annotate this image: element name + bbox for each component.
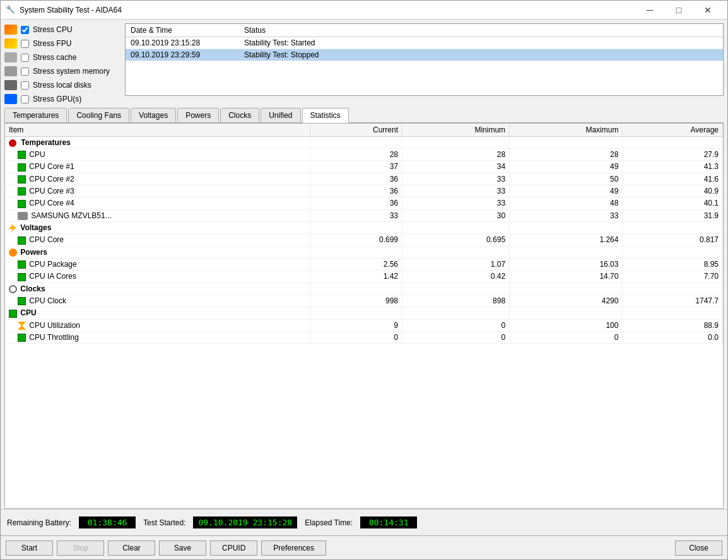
log-header-status: Status — [242, 25, 720, 35]
stress-local-checkbox[interactable] — [21, 81, 29, 90]
orange-circle-icon — [9, 248, 17, 257]
log-header-datetime: Date & Time — [128, 25, 242, 35]
tab-voltages[interactable]: Voltages — [131, 108, 176, 122]
stress-gpu-item: Stress GPU(s) — [4, 93, 117, 105]
tab-statistics[interactable]: Statistics — [302, 108, 349, 123]
stress-memory-checkbox[interactable] — [21, 67, 29, 76]
table-row: CPU Utilization 9 0 100 88.9 — [5, 319, 723, 331]
table-row: CPU Core #3 36 33 49 40.9 — [5, 185, 723, 197]
col-header-current: Current — [310, 124, 402, 137]
stress-cpu-label: Stress CPU — [33, 25, 73, 34]
main-window: 🔧 System Stability Test - AIDA64 ─ □ ✕ S… — [0, 0, 728, 560]
clear-button[interactable]: Clear — [108, 540, 155, 556]
title-bar-buttons: ─ □ ✕ — [635, 1, 722, 20]
preferences-button[interactable]: Preferences — [261, 540, 326, 556]
stress-memory-item: Stress system memory — [4, 65, 117, 78]
maximize-button[interactable]: □ — [664, 1, 693, 20]
table-row: CPU Core #2 36 33 50 41.6 — [5, 173, 723, 185]
green-icon — [18, 273, 26, 281]
stress-cache-checkbox[interactable] — [21, 54, 29, 62]
stress-memory-label: Stress system memory — [33, 67, 110, 76]
minimize-button[interactable]: ─ — [635, 1, 664, 20]
close-button[interactable]: Close — [675, 540, 722, 556]
table-row: CPU Throttling 0 0 0 0.0 — [5, 331, 723, 343]
middle-buttons: Clear Save — [108, 540, 206, 556]
group-header-powers: Powers — [5, 246, 723, 258]
green-icon — [18, 187, 26, 195]
stress-cpu-item: Stress CPU — [4, 23, 117, 36]
green-icon-cpu-temp — [18, 151, 26, 159]
tab-temperatures[interactable]: Temperatures — [4, 108, 67, 122]
table-row: CPU Core #1 37 34 49 41.3 — [5, 161, 723, 173]
log-cell-status-1: Stability Test: Stopped — [242, 50, 720, 60]
app-icon: 🔧 — [6, 5, 16, 15]
clock-icon — [9, 285, 17, 293]
table-row: SAMSUNG MZVLB51... 33 30 33 31.9 — [5, 209, 723, 221]
stress-fpu-label: Stress FPU — [33, 39, 71, 48]
elapsed-time-label: Elapsed Time: — [305, 518, 353, 527]
window-title: System Stability Test - AIDA64 — [20, 6, 122, 15]
group-header-voltages: Voltages — [5, 221, 723, 233]
log-row-1[interactable]: 09.10.2019 23:29:59 Stability Test: Stop… — [126, 49, 723, 61]
stress-gpu-label: Stress GPU(s) — [33, 95, 81, 103]
col-header-minimum: Minimum — [402, 124, 510, 137]
close-window-button[interactable]: ✕ — [693, 1, 722, 20]
table-row: CPU 28 28 28 27.9 — [5, 149, 723, 161]
stress-gpu-checkbox[interactable] — [21, 95, 29, 103]
green-icon — [18, 200, 26, 208]
top-section: Stress CPU Stress FPU Stress cache Stres… — [1, 20, 727, 108]
status-bar: Remaining Battery: 01:38:46 Test Started… — [1, 509, 727, 535]
log-header: Date & Time Status — [126, 24, 723, 37]
tab-cooling-fans[interactable]: Cooling Fans — [68, 108, 129, 122]
log-row-0[interactable]: 09.10.2019 23:15:28 Stability Test: Star… — [126, 37, 723, 49]
tab-clocks[interactable]: Clocks — [220, 108, 259, 122]
log-panel: Date & Time Status 09.10.2019 23:15:28 S… — [125, 23, 724, 96]
stop-button[interactable]: Stop — [57, 540, 104, 556]
tab-unified[interactable]: Unified — [261, 108, 300, 122]
table-body: Temperatures CPU 28 28 28 27.9 — [5, 137, 723, 344]
test-started-label: Test Started: — [143, 518, 185, 527]
stress-fpu-item: Stress FPU — [4, 37, 117, 50]
temp-group-icon — [9, 139, 16, 147]
col-header-item: Item — [5, 124, 310, 137]
stress-cpu-checkbox[interactable] — [21, 26, 29, 34]
remaining-battery-value: 01:38:46 — [79, 516, 136, 528]
col-header-average: Average — [623, 124, 723, 137]
lightning-icon — [9, 224, 17, 232]
start-button[interactable]: Start — [6, 540, 53, 556]
col-header-maximum: Maximum — [510, 124, 623, 137]
statistics-table-container: Item Current Minimum Maximum Average Tem… — [4, 123, 724, 509]
hourglass-icon — [18, 322, 26, 330]
stress-cache-item: Stress cache — [4, 51, 117, 64]
hdd-icon — [18, 212, 28, 220]
group-header-temperatures: Temperatures — [5, 137, 723, 149]
disk-icon — [4, 80, 17, 90]
save-button[interactable]: Save — [159, 540, 206, 556]
group-header-clocks: Clocks — [5, 283, 723, 295]
table-row: CPU Package 2.56 1.07 16.03 8.95 — [5, 258, 723, 270]
fpu-icon — [4, 38, 17, 49]
group-name-temperatures: Temperatures — [5, 137, 310, 149]
remaining-battery-label: Remaining Battery: — [7, 518, 71, 527]
log-cell-datetime-0: 09.10.2019 23:15:28 — [128, 38, 242, 48]
stress-local-item: Stress local disks — [4, 79, 117, 91]
green-icon — [18, 236, 26, 245]
cpuid-button[interactable]: CPUID — [210, 540, 257, 556]
cpu-sm-icon — [9, 310, 17, 318]
gpu-icon — [4, 94, 17, 104]
stress-fpu-checkbox[interactable] — [21, 40, 29, 48]
green-icon — [18, 163, 26, 172]
memory-icon — [4, 66, 17, 76]
green-icon — [18, 175, 26, 184]
green-icon — [18, 334, 26, 342]
right-buttons: Close — [675, 540, 722, 556]
elapsed-time-value: 00:14:31 — [360, 516, 417, 528]
left-buttons: Start Stop — [6, 540, 104, 556]
table-row: CPU IA Cores 1.42 0.42 14.70 7.70 — [5, 271, 723, 283]
green-icon — [18, 260, 26, 269]
tab-bar: Temperatures Cooling Fans Voltages Power… — [4, 108, 724, 123]
green-icon — [18, 297, 26, 305]
row-cpu-temp-min: 28 — [402, 149, 510, 161]
tab-powers[interactable]: Powers — [177, 108, 219, 122]
row-cpu-temp-avg: 27.9 — [623, 149, 723, 161]
